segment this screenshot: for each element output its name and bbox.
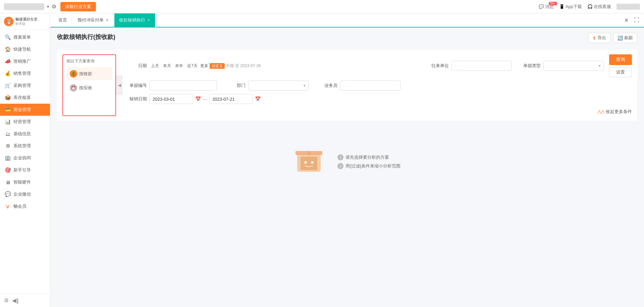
verify-date-start-input[interactable]	[150, 94, 193, 104]
tab-expand-button[interactable]: ⛶	[633, 16, 641, 25]
top-bar-dropdown-arrow[interactable]: ▾	[47, 4, 49, 9]
query-button[interactable]: 查询	[609, 54, 632, 65]
empty-hint-2: 2 用[过滤]条件来缩小分析范围	[337, 163, 400, 169]
receivable-icon: ⏰	[70, 84, 77, 92]
calendar-end-icon[interactable]: 📅	[255, 96, 261, 102]
partner-label: 往来单位	[425, 63, 449, 69]
sidebar-item-business[interactable]: 📊 经营管理	[0, 116, 50, 128]
tab-close-prepay[interactable]: ✕	[106, 18, 109, 22]
sidebar-logo-text: 畅捷通好生意 标准版	[15, 17, 38, 26]
partner-dots: ···	[454, 63, 461, 68]
hint-2-number: 2	[337, 163, 343, 169]
inventory-icon: 📦	[5, 95, 11, 101]
tab-close-collection[interactable]: ✕	[147, 18, 150, 22]
date-last-month[interactable]: 上月	[150, 62, 160, 69]
date-7days[interactable]: 近7天	[186, 62, 199, 69]
user-avatar[interactable]	[616, 4, 640, 10]
message-button[interactable]: 💬 消息 99+	[539, 4, 554, 10]
query-form: 日期 上月 本月 本年 近7天 更多 自定义 不限 至 2023-07-26	[127, 54, 632, 116]
member-icon: V	[5, 204, 11, 209]
collapse-more-button[interactable]: ⋀⋀ 收起更多条件	[598, 107, 632, 116]
date-this-month[interactable]: 本月	[162, 62, 172, 69]
sidebar-bottom: ⚙ ◀‖	[0, 294, 50, 307]
filter-by-collection[interactable]: 💲 按收款	[66, 67, 112, 80]
tab-bar: 首页 预付冲应付单 ✕ 收款核销执行 ✕ ✕ ⛶	[50, 13, 644, 28]
doc-type-select[interactable]: ▾	[543, 61, 604, 71]
collapse-left-icon: ◀	[118, 83, 121, 88]
doc-number-filter-group: 单据编号	[127, 81, 217, 91]
sidebar-item-wechat[interactable]: 💬 企业微信	[0, 188, 50, 200]
sidebar-item-nav[interactable]: 🏠 快捷导航	[0, 43, 50, 55]
hint-1-number: 1	[337, 154, 343, 160]
sidebar-item-marketing[interactable]: 📣 营销推广	[0, 55, 50, 67]
empty-texts: 1 请先选择要分析的方案 2 用[过滤]条件来缩小分析范围	[337, 154, 400, 169]
sidebar-item-base[interactable]: 🗂 基础信息	[0, 128, 50, 140]
wechat-icon: 💬	[5, 191, 11, 197]
date-label: 日期	[127, 63, 147, 69]
sidebar-item-guide[interactable]: 🎯 新手引导	[0, 164, 50, 176]
date-more[interactable]: 更多	[200, 63, 208, 69]
guide-icon: 🎯	[5, 167, 11, 173]
sidebar-item-search[interactable]: 🔍 搜索菜单	[0, 31, 50, 43]
hardware-icon: 🖥	[5, 180, 11, 185]
tab-prepay[interactable]: 预付冲应付单 ✕	[73, 13, 114, 27]
svg-point-2	[304, 161, 307, 164]
tab-collection[interactable]: 收款核销执行 ✕	[114, 13, 155, 27]
sidebar-item-system[interactable]: ⚙ 系统管理	[0, 140, 50, 152]
collapse-sidebar-icon[interactable]: ◀‖	[12, 297, 19, 304]
export-button[interactable]: ⬆ 导出	[588, 33, 610, 43]
doc-type-filter-group: 单据类型 ▾	[517, 61, 604, 71]
tab-home[interactable]: 首页	[54, 13, 72, 27]
doc-type-label: 单据类型	[517, 63, 541, 69]
page-toolbar: ⬆ 导出 🔄 刷新	[588, 33, 637, 43]
top-bar-right: 💬 消息 99+ 📱 App下载 🎧 在线客服	[539, 4, 640, 10]
empty-hint-1: 1 请先选择要分析的方案	[337, 154, 400, 160]
verify-date-end-input[interactable]	[209, 94, 253, 104]
base-icon: 🗂	[5, 131, 11, 137]
empty-icon	[294, 145, 327, 178]
filter-by-receivable[interactable]: ⏰ 按应收	[66, 82, 112, 94]
staff-filter-group: 业务员 ···	[314, 81, 400, 91]
home-icon: 🏠	[5, 46, 11, 52]
verify-date-input-group: 📅 — 📅	[150, 94, 261, 104]
date-filter-group: 日期 上月 本月 本年 近7天 更多 自定义 不限 至 2023-07-26	[127, 62, 261, 69]
business-icon: 📊	[5, 119, 11, 125]
sidebar-item-hardware[interactable]: 🖥 智能硬件	[0, 176, 50, 188]
settings-button[interactable]: 设置	[609, 67, 632, 77]
app-download-button[interactable]: 📱 App下载	[559, 4, 582, 10]
collapse-more-label: 收起更多条件	[606, 109, 632, 115]
tab-close-all-button[interactable]: ✕	[623, 16, 630, 25]
department-select[interactable]: ▾	[248, 81, 309, 91]
main-layout: 🐰 畅捷通好生意 标准版 🔍 搜索菜单 🏠 快捷导航 📣 营销推广 💰 销售管理	[0, 13, 644, 307]
solution-button[interactable]: 体验行业方案	[60, 2, 96, 11]
calendar-start-icon[interactable]: 📅	[195, 96, 201, 102]
refresh-icon: 🔄	[618, 36, 623, 41]
page-content: 收款核销执行(按收款) ⬆ 导出 🔄 刷新 按以下方	[50, 28, 644, 307]
gear-icon[interactable]: ⚙	[52, 3, 56, 10]
svg-rect-1	[301, 157, 317, 170]
online-service-button[interactable]: 🎧 在线客服	[587, 4, 611, 10]
staff-dots: ···	[343, 83, 350, 88]
staff-select[interactable]: ···	[340, 81, 400, 91]
sidebar-item-sales[interactable]: 💰 销售管理	[0, 67, 50, 80]
app-icon: 📱	[559, 4, 565, 9]
collection-icon: 💲	[70, 70, 77, 78]
sidebar-item-finance[interactable]: 💳 资金管理	[0, 104, 50, 116]
partner-select[interactable]: ···	[451, 61, 512, 71]
sidebar-item-member[interactable]: V 畅会员	[0, 200, 50, 212]
date-this-year[interactable]: 本年	[174, 62, 184, 69]
custom-date-badge[interactable]: 自定义	[210, 63, 225, 69]
doc-number-input[interactable]	[150, 81, 217, 91]
purchase-icon: 🛒	[5, 83, 11, 89]
content-area: 首页 预付冲应付单 ✕ 收款核销执行 ✕ ✕ ⛶ 收款核销执行(按收款)	[50, 13, 644, 307]
page-title: 收款核销执行(按收款)	[57, 33, 115, 41]
filter-row-1: 日期 上月 本月 本年 近7天 更多 自定义 不限 至 2023-07-26	[127, 54, 632, 77]
sidebar-item-purchase[interactable]: 🛒 采购管理	[0, 80, 50, 92]
department-filter-group: 部门 ▾	[222, 81, 309, 91]
refresh-button[interactable]: 🔄 刷新	[613, 33, 637, 43]
sidebar-item-inventory[interactable]: 📦 库存核算	[0, 92, 50, 104]
settings-icon[interactable]: ⚙	[4, 297, 9, 304]
filter-collapse-button[interactable]: ◀	[116, 75, 123, 95]
sidebar-item-enterprise[interactable]: 🏢 企业协同	[0, 152, 50, 164]
collapse-more-icon: ⋀⋀	[598, 109, 604, 114]
